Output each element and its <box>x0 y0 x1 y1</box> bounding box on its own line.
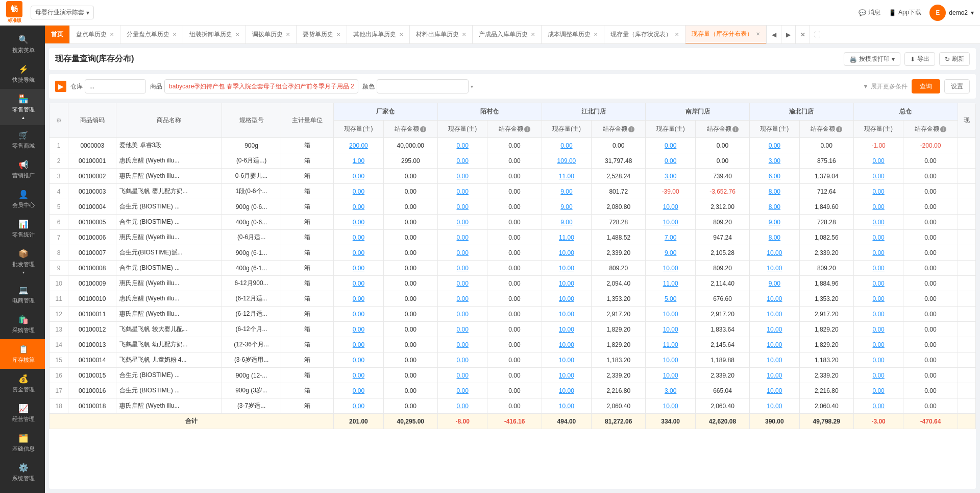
tab-close-icon[interactable]: ✕ <box>594 32 598 37</box>
warehouse-stock[interactable]: 10.00 <box>542 291 592 307</box>
warehouse-stock[interactable]: 0.00 <box>437 353 487 368</box>
warehouse-stock[interactable]: 0.00 <box>437 276 487 291</box>
warehouse-stock[interactable]: 8.00 <box>750 199 800 215</box>
warehouse-stock[interactable]: 10.00 <box>542 353 592 368</box>
warehouse-stock[interactable]: 0.00 <box>437 245 487 261</box>
tab-prev-btn[interactable]: ◀ <box>767 26 781 44</box>
warehouse-stock[interactable]: 0.00 <box>542 138 592 153</box>
warehouse-stock[interactable]: 0.00 <box>334 322 384 337</box>
warehouse-stock[interactable]: 10.00 <box>646 215 696 230</box>
warehouse-stock[interactable]: 10.00 <box>542 337 592 353</box>
warehouse-stock[interactable]: 10.00 <box>750 261 800 276</box>
tab-inventory-check[interactable]: 盘点单历史 ✕ <box>70 26 120 44</box>
warehouse-stock[interactable]: 3.00 <box>750 153 800 169</box>
tab-close-icon[interactable]: ✕ <box>235 32 239 37</box>
warehouse-stock[interactable]: 0.00 <box>853 199 903 215</box>
warehouse-stock[interactable]: 10.00 <box>750 307 800 322</box>
warehouse-stock[interactable]: 0.00 <box>334 215 384 230</box>
refresh-button[interactable]: ↻ 刷新 <box>939 52 970 66</box>
sidebar-item-enterprise[interactable]: 🤝 企业协同 <box>0 487 45 493</box>
print-button[interactable]: 🖨️ 按模版打印 ▾ <box>844 52 900 66</box>
sidebar-item-retail-stats[interactable]: 📊 零售统计 <box>0 214 45 244</box>
tab-requisition[interactable]: 要货单历史 ✕ <box>297 26 347 44</box>
export-button[interactable]: ⬇ 导出 <box>904 52 935 66</box>
sidebar-item-system[interactable]: ⚙️ 系统管理 <box>0 458 45 487</box>
warehouse-stock[interactable]: 0.00 <box>437 291 487 307</box>
warehouse-stock[interactable]: 0.00 <box>853 307 903 322</box>
warehouse-stock[interactable]: 0.00 <box>334 398 384 414</box>
tab-stock-dist[interactable]: 现存量（库存分布表） ✕ <box>685 26 767 44</box>
warehouse-stock[interactable]: 0.00 <box>853 230 903 245</box>
warehouse-stock[interactable]: 9.00 <box>750 215 800 230</box>
sidebar-item-retail-mgmt[interactable]: 🏪 零售管理 ▲ <box>0 89 45 125</box>
tab-close-icon[interactable]: ✕ <box>286 32 290 37</box>
warehouse-stock[interactable]: 0.00 <box>853 153 903 169</box>
tab-transfer[interactable]: 调拨单历史 ✕ <box>246 26 297 44</box>
warehouse-stock[interactable]: 0.00 <box>853 368 903 383</box>
warehouse-stock[interactable]: 0.00 <box>334 291 384 307</box>
tab-expand-btn[interactable]: ⛶ <box>810 26 824 44</box>
color-input[interactable] <box>377 79 469 93</box>
warehouse-stock[interactable]: 0.00 <box>853 291 903 307</box>
warehouse-stock[interactable]: 10.00 <box>646 322 696 337</box>
user-area[interactable]: E demo2 ▾ <box>929 5 974 21</box>
warehouse-stock[interactable]: 0.00 <box>437 199 487 215</box>
warehouse-stock[interactable]: 0.00 <box>853 383 903 398</box>
warehouse-stock[interactable]: 10.00 <box>542 398 592 414</box>
total-info-icon[interactable]: i <box>940 126 946 132</box>
tab-close-icon[interactable]: ✕ <box>110 32 114 37</box>
warehouse-stock[interactable]: 0.00 <box>334 337 384 353</box>
sidebar-item-wholesale[interactable]: 📦 批发管理 ▾ <box>0 244 45 280</box>
setting-button[interactable]: 设置 <box>944 79 970 93</box>
warehouse-stock[interactable]: 0.00 <box>853 398 903 414</box>
mucun-info-icon[interactable]: i <box>524 126 530 132</box>
warehouse-input[interactable] <box>85 79 146 93</box>
sidebar-item-purchase[interactable]: 🛍️ 采购管理 <box>0 310 45 339</box>
warehouse-stock[interactable]: 0.00 <box>334 276 384 291</box>
warehouse-stock[interactable]: 0.00 <box>437 153 487 169</box>
warehouse-stock[interactable]: 10.00 <box>646 261 696 276</box>
tab-stock-status[interactable]: 现存量（库存状况表） ✕ <box>604 26 685 44</box>
factory-info-icon[interactable]: i <box>420 126 426 132</box>
tab-home[interactable]: 首页 <box>45 26 70 44</box>
warehouse-stock[interactable]: 0.00 <box>646 153 696 169</box>
warehouse-stock[interactable]: 0.00 <box>334 199 384 215</box>
sidebar-item-inventory[interactable]: 📋 库存核算 <box>0 339 45 369</box>
warehouse-stock[interactable]: 0.00 <box>437 398 487 414</box>
tab-product-in[interactable]: 产成品入库单历史 ✕ <box>473 26 542 44</box>
warehouse-stock[interactable]: 0.00 <box>437 184 487 199</box>
sidebar-item-finance[interactable]: 💰 资金管理 <box>0 369 45 398</box>
warehouse-stock[interactable]: 0.00 <box>437 215 487 230</box>
sidebar-item-shortcut[interactable]: ⚡ 快捷导航 <box>0 59 45 89</box>
warehouse-stock[interactable]: 10.00 <box>750 337 800 353</box>
industry-selector[interactable]: 母婴行业演示陈套 ▾ <box>31 6 94 19</box>
warehouse-stock[interactable]: 0.00 <box>750 138 800 153</box>
warehouse-stock[interactable]: 10.00 <box>646 353 696 368</box>
warehouse-stock[interactable]: 0.00 <box>334 368 384 383</box>
filter-expand-button[interactable]: ▶ <box>55 81 66 92</box>
warehouse-stock[interactable]: 0.00 <box>334 169 384 184</box>
warehouse-stock[interactable]: 6.00 <box>750 169 800 184</box>
warehouse-stock[interactable]: 9.00 <box>646 245 696 261</box>
warehouse-stock[interactable]: 0.00 <box>334 261 384 276</box>
warehouse-stock[interactable]: 8.00 <box>750 184 800 199</box>
tab-close-icon[interactable]: ✕ <box>675 32 679 37</box>
warehouse-stock[interactable]: 200.00 <box>334 138 384 153</box>
settings-icon[interactable]: ⚙ <box>56 117 62 124</box>
warehouse-stock[interactable]: 0.00 <box>334 307 384 322</box>
warehouse-stock[interactable]: 3.00 <box>646 169 696 184</box>
warehouse-stock[interactable]: 0.00 <box>853 337 903 353</box>
warehouse-stock[interactable]: 0.00 <box>853 261 903 276</box>
warehouse-stock[interactable]: 10.00 <box>646 199 696 215</box>
warehouse-stock[interactable]: 10.00 <box>542 307 592 322</box>
col-settings-header[interactable]: ⚙ <box>50 103 68 138</box>
warehouse-stock[interactable]: 10.00 <box>646 307 696 322</box>
tab-close-icon[interactable]: ✕ <box>399 32 403 37</box>
tab-assembly[interactable]: 组装拆卸单历史 ✕ <box>183 26 246 44</box>
warehouse-stock[interactable]: 0.00 <box>437 307 487 322</box>
sidebar-item-base[interactable]: 🗂️ 基础信息 <box>0 428 45 458</box>
warehouse-stock[interactable]: 10.00 <box>542 322 592 337</box>
warehouse-stock[interactable]: 10.00 <box>542 276 592 291</box>
warehouse-stock[interactable]: 0.00 <box>853 353 903 368</box>
message-action[interactable]: 💬 消息 <box>859 8 880 17</box>
